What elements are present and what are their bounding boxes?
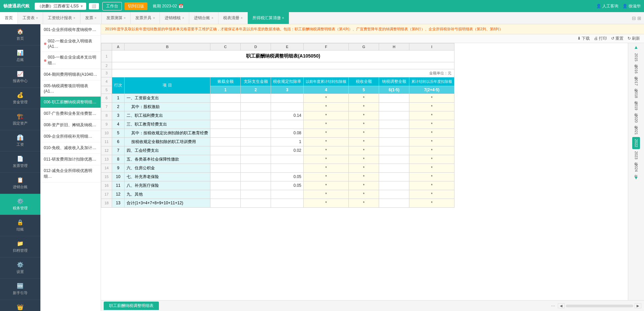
row-10-col-6[interactable] [379, 181, 409, 190]
row-4-col-1[interactable] [210, 129, 241, 137]
sub-nav-item-012[interactable]: 012-减免企业所得税优惠明细… [40, 165, 101, 182]
sidebar-item-archive[interactable]: 📁 归档管理 [0, 236, 40, 257]
row-12-col-3[interactable] [271, 199, 304, 207]
row-3-col-7[interactable]: * [409, 120, 454, 129]
row-3-col-3[interactable] [271, 120, 304, 129]
row-4-col-7[interactable]: * [409, 129, 454, 137]
period-calendar-icon[interactable]: 📅 [178, 4, 183, 8]
tab-invoice-calc[interactable]: 发票测算 × [102, 12, 131, 24]
row-9-col-1[interactable] [210, 172, 241, 181]
row-0-col-1[interactable] [210, 94, 241, 102]
year-2019[interactable]: 2019年 [632, 100, 640, 112]
row-11-col-7[interactable]: * [409, 190, 454, 199]
row-6-col-6[interactable] [379, 146, 409, 155]
row-11-col-3[interactable] [271, 190, 304, 199]
row-1-col-6[interactable] [379, 102, 409, 111]
tab-payroll[interactable]: 工资表 × [18, 12, 43, 24]
row-12-col-6[interactable] [379, 199, 409, 207]
row-2-col-5[interactable]: * [349, 111, 379, 120]
row-9-col-6[interactable] [379, 172, 409, 181]
year-nav-down-button[interactable]: ▼ [633, 174, 640, 182]
row-10-col-5[interactable]: * [349, 181, 379, 190]
tab-income-tax-close[interactable]: × [282, 16, 284, 20]
row-7-col-7[interactable]: * [409, 155, 454, 164]
year-2022[interactable]: 2022年 [632, 137, 640, 149]
row-9-col-3[interactable]: 0.05 [271, 172, 304, 181]
row-9-col-5[interactable]: * [349, 172, 379, 181]
row-5-col-1[interactable] [210, 137, 241, 146]
row-4-col-3[interactable]: 0.08 [271, 129, 304, 137]
horizontal-scrollbar[interactable] [566, 305, 633, 307]
tab-payroll-stats-close[interactable]: × [73, 16, 75, 20]
row-7-col-5[interactable]: * [349, 155, 379, 164]
row-6-col-3[interactable]: 0.02 [271, 146, 304, 155]
sub-nav-item-009[interactable]: 009-企业所得税补充明细… [40, 131, 101, 142]
row-5-col-7[interactable]: * [409, 137, 454, 146]
row-6-col-2[interactable] [241, 146, 271, 155]
year-2024[interactable]: 2024年 [632, 162, 640, 174]
tab-invoice-issue-close[interactable]: × [153, 16, 155, 20]
row-11-col-1[interactable] [210, 190, 241, 199]
row-1-col-2[interactable] [241, 102, 271, 111]
tab-invoice-calc-close[interactable]: × [124, 16, 126, 20]
row-2-col-2[interactable] [241, 111, 271, 120]
row-11-col-4[interactable]: * [304, 190, 349, 199]
row-7-col-4[interactable]: * [304, 155, 349, 164]
row-5-col-2[interactable] [241, 137, 271, 146]
row-12-col-2[interactable] [241, 199, 271, 207]
row-5-col-6[interactable] [379, 137, 409, 146]
reset-button[interactable]: ↺ 重置 [611, 36, 623, 41]
row-12-col-7[interactable]: * [409, 199, 454, 207]
sidebar-item-vip[interactable]: 👑 畅会员 [0, 300, 40, 311]
row-8-col-1[interactable] [210, 164, 241, 172]
row-9-col-7[interactable]: * [409, 172, 454, 181]
row-4-col-4[interactable]: * [304, 129, 349, 137]
year-2021[interactable]: 2021年 [632, 125, 640, 137]
tab-home[interactable]: 首页 [0, 12, 18, 24]
row-1-col-3[interactable] [271, 102, 304, 111]
tab-sales-ledger-close[interactable]: × [211, 16, 213, 20]
switch-old-button[interactable]: 切到旧版 [125, 2, 147, 10]
tab-sales-audit-close[interactable]: × [182, 16, 184, 20]
bottom-nav-dots[interactable]: ⋯ [551, 304, 555, 308]
row-3-col-4[interactable]: * [304, 120, 349, 129]
year-nav-up-button[interactable]: ▲ [633, 43, 640, 51]
sidebar-item-funds[interactable]: 💰 资金管理 [0, 88, 40, 109]
row-9-col-2[interactable] [241, 172, 271, 181]
scroll-left-button[interactable]: ◀ [558, 303, 565, 308]
row-10-col-2[interactable] [241, 181, 271, 190]
row-8-col-7[interactable]: * [409, 164, 454, 172]
sub-nav-item-011[interactable]: 011-研发费用加计扣除优惠… [40, 154, 101, 165]
row-2-col-4[interactable]: * [304, 111, 349, 120]
row-6-col-7[interactable]: * [409, 146, 454, 155]
sub-nav-item-003[interactable]: ⊗ 003-一般企业业成本支出明细… [40, 52, 101, 69]
table-wrapper[interactable]: A B C D E F G H I [101, 43, 644, 301]
sidebar-item-payroll[interactable]: 👔 工资 [0, 130, 40, 151]
row-4-col-6[interactable] [379, 129, 409, 137]
row-6-col-5[interactable]: * [349, 146, 379, 155]
row-1-col-1[interactable] [210, 102, 241, 111]
row-8-col-5[interactable]: * [349, 164, 379, 172]
row-2-col-1[interactable] [210, 111, 241, 120]
sub-nav-item-001[interactable]: 001-企业所得税年度纳税申… [40, 24, 101, 36]
row-0-col-4[interactable]: * [304, 94, 349, 102]
row-7-col-1[interactable] [210, 155, 241, 164]
sidebar-item-home[interactable]: 🏠 首页 [0, 24, 40, 45]
row-5-col-5[interactable]: * [349, 137, 379, 146]
tab-invoice-close[interactable]: × [95, 16, 97, 20]
tab-invoice[interactable]: 发票 × [80, 12, 102, 24]
row-1-col-4[interactable]: * [304, 102, 349, 111]
sidebar-item-sales[interactable]: 📋 进销台账 [0, 173, 40, 194]
year-2017[interactable]: 2017年 [632, 75, 640, 88]
support-button[interactable]: 👤 人工客询 [596, 3, 618, 9]
row-12-col-5[interactable]: * [349, 199, 379, 207]
row-10-col-3[interactable]: 0.05 [271, 181, 304, 190]
row-11-col-6[interactable] [379, 190, 409, 199]
company-selector[interactable]: （勿删）江西睿宝-LSS ▼ [35, 3, 86, 10]
row-2-col-3[interactable]: 0.14 [271, 111, 304, 120]
tab-sales-ledger[interactable]: 进销台账 × [189, 12, 218, 24]
refresh-button[interactable]: ↻ 刷新 [628, 36, 640, 41]
row-3-col-1[interactable] [210, 120, 241, 129]
sidebar-item-assets[interactable]: 🏗️ 固定资产 [0, 109, 40, 130]
row-0-col-3[interactable] [271, 94, 304, 102]
